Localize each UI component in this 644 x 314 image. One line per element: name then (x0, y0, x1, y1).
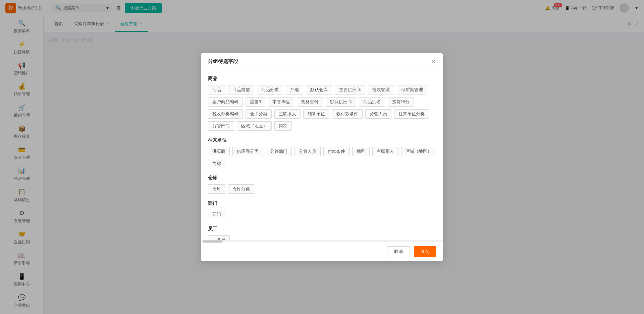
modal-overlay (0, 0, 644, 53)
